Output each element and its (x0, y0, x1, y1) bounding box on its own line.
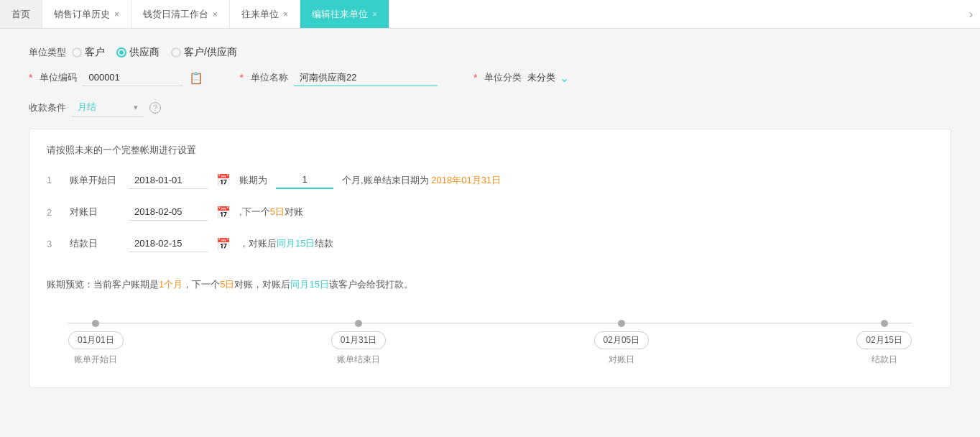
timeline-container: 01月01日 账单开始日 01月31日 账单结束日 02月05日 对账日 (47, 308, 933, 366)
payment-highlight: 同月15日 (277, 238, 315, 249)
main-content: 单位类型 客户 供应商 客户/供应商 * 单位编码 (0, 29, 980, 437)
tab-sales-history-label: 销售订单历史 (54, 8, 110, 21)
close-sales-history[interactable]: × (114, 9, 119, 19)
preview-part1: 1个月 (159, 279, 182, 290)
timeline-point-4: 02月15日 结款日 (856, 308, 912, 366)
period-unit-label: 个月,账单结束日期为 (342, 175, 429, 185)
timeline-point-2: 01月31日 账单结束日 (331, 308, 387, 366)
radio-customer-label: 客户 (85, 46, 105, 59)
radio-supplier-circle (116, 47, 126, 58)
tabs-bar: 首页 销售订单历史 × 钱货日清工作台 × 往来单位 × 编辑往来单位 × › (0, 0, 980, 29)
row-num-2: 2 (47, 207, 61, 218)
preview-part3-before: 对账，对账后 (234, 279, 290, 290)
radio-supplier[interactable]: 供应商 (116, 46, 160, 59)
row-num-1: 1 (47, 175, 61, 185)
close-partner[interactable]: × (283, 9, 288, 19)
period-input[interactable] (276, 171, 333, 189)
payment-terms-label: 收款条件 (29, 101, 66, 114)
unit-classify-label: 单位分类 (484, 71, 522, 84)
timeline-points: 01月01日 账单开始日 01月31日 账单结束日 02月05日 对账日 (68, 308, 912, 366)
reconcile-cal-icon[interactable]: 📅 (216, 206, 231, 219)
unit-type-field: 单位类型 客户 供应商 客户/供应商 (29, 46, 237, 59)
timeline-badge-3: 02月05日 (594, 331, 650, 349)
radio-customer-supplier-circle (171, 47, 181, 58)
tab-edit-partner[interactable]: 编辑往来单位 × (300, 0, 389, 28)
radio-customer-circle (72, 47, 82, 58)
payment-terms-value: 月结 (78, 101, 131, 114)
close-edit-partner[interactable]: × (372, 9, 377, 19)
unit-name-input[interactable] (294, 69, 438, 86)
preview-part2-before: ，下一个 (182, 279, 220, 290)
period-label: 账期为 (239, 174, 267, 187)
unit-type-row: 单位类型 客户 供应商 客户/供应商 (29, 46, 951, 59)
classify-down-icon: ⌄ (560, 71, 569, 85)
payment-date-input[interactable] (129, 235, 208, 252)
payment-desc: ，对账后同月15日结款 (239, 237, 333, 250)
tab-home[interactable]: 首页 (0, 0, 42, 28)
unit-code-label: 单位编码 (40, 71, 77, 84)
preview-text: 账期预览：当前客户账期是1个月，下一个5日对账，对账后同月15日该客户会给我打款… (47, 278, 933, 291)
tab-edit-partner-label: 编辑往来单位 (312, 8, 368, 21)
payment-terms-row: 收款条件 月结 ▾ ? (29, 98, 951, 117)
start-date-cal-icon[interactable]: 📅 (216, 173, 231, 187)
timeline-dot-1 (92, 320, 99, 327)
reconcile-label: 对账日 (70, 206, 120, 218)
unit-name-required: * (239, 72, 243, 83)
payment-after-text: 结款 (315, 238, 333, 249)
timeline-badge-4: 02月15日 (856, 331, 912, 349)
radio-customer-supplier[interactable]: 客户/供应商 (171, 46, 237, 59)
reconcile-date-row: 2 对账日 📅 ,下一个5日对账 (47, 203, 933, 221)
preview-part2-highlight: 5日 (220, 279, 234, 290)
unit-code-input[interactable] (83, 69, 183, 86)
tabs-arrow[interactable]: › (962, 0, 980, 28)
timeline-badge-1: 01月01日 (68, 331, 124, 349)
payment-terms-select[interactable]: 月结 ▾ (72, 98, 144, 117)
unit-type-label: 单位类型 (29, 46, 66, 59)
preview-part3-highlight: 同月15日 (290, 279, 328, 290)
unit-name-field: * 单位名称 (239, 69, 437, 86)
start-date-input[interactable] (129, 172, 208, 189)
payment-cal-icon[interactable]: 📅 (216, 237, 231, 251)
close-cash-work[interactable]: × (213, 9, 218, 19)
unit-type-radio-group: 客户 供应商 客户/供应商 (72, 46, 237, 59)
timeline-sub-1: 账单开始日 (74, 354, 117, 366)
timeline-dot-4 (881, 320, 888, 327)
settings-card: 请按照未来的一个完整帐期进行设置 1 账单开始日 📅 账期为 个月,账单结束日期… (29, 129, 951, 388)
unit-code-required: * (29, 72, 32, 83)
help-icon[interactable]: ? (149, 102, 161, 114)
payment-before-text: ，对账后 (239, 238, 277, 249)
reconcile-before-text: ,下一个 (239, 206, 270, 217)
unit-classify-field: * 单位分类 未分类 ⌄ (473, 71, 628, 85)
unit-code-field: * 单位编码 📋 (29, 69, 203, 86)
payment-label: 结款日 (70, 237, 120, 250)
preview-section: 账期预览：当前客户账期是1个月，下一个5日对账，对账后同月15日该客户会给我打款… (47, 267, 933, 366)
preview-label: 账期预览：当前客户账期是 (47, 279, 159, 290)
preview-part4: 该客户会给我打款。 (329, 279, 413, 290)
payment-terms-field: 收款条件 月结 ▾ ? (29, 98, 161, 117)
reconcile-desc: ,下一个5日对账 (239, 206, 303, 218)
timeline-dot-3 (618, 320, 625, 327)
tab-sales-history[interactable]: 销售订单历史 × (42, 0, 131, 28)
period-end-highlight: 2018年01月31日 (431, 175, 501, 185)
radio-customer-supplier-label: 客户/供应商 (184, 46, 237, 59)
timeline-point-3: 02月05日 对账日 (594, 308, 650, 366)
start-date-row: 1 账单开始日 📅 账期为 个月,账单结束日期为 2018年01月31日 (47, 171, 933, 189)
reconcile-after-text: 对账 (285, 206, 303, 217)
unit-classify-value: 未分类 (527, 71, 555, 84)
unit-code-icon[interactable]: 📋 (189, 71, 203, 85)
unit-classify-select[interactable]: 未分类 ⌄ (527, 71, 628, 85)
radio-customer[interactable]: 客户 (72, 46, 105, 59)
tab-partner-label: 往来单位 (241, 8, 279, 21)
timeline-point-1: 01月01日 账单开始日 (68, 308, 124, 366)
timeline-sub-4: 结款日 (872, 354, 897, 366)
card-title: 请按照未来的一个完整帐期进行设置 (47, 144, 933, 157)
tab-cash-work[interactable]: 钱货日清工作台 × (131, 0, 230, 28)
start-date-label: 账单开始日 (70, 174, 120, 187)
payment-date-row: 3 结款日 📅 ，对账后同月15日结款 (47, 235, 933, 252)
unit-name-label: 单位名称 (251, 71, 288, 84)
timeline-badge-2: 01月31日 (331, 331, 387, 349)
timeline-sub-3: 对账日 (609, 354, 634, 366)
tab-partner[interactable]: 往来单位 × (230, 0, 300, 28)
reconcile-date-input[interactable] (129, 203, 208, 221)
tab-cash-work-label: 钱货日清工作台 (143, 8, 208, 21)
